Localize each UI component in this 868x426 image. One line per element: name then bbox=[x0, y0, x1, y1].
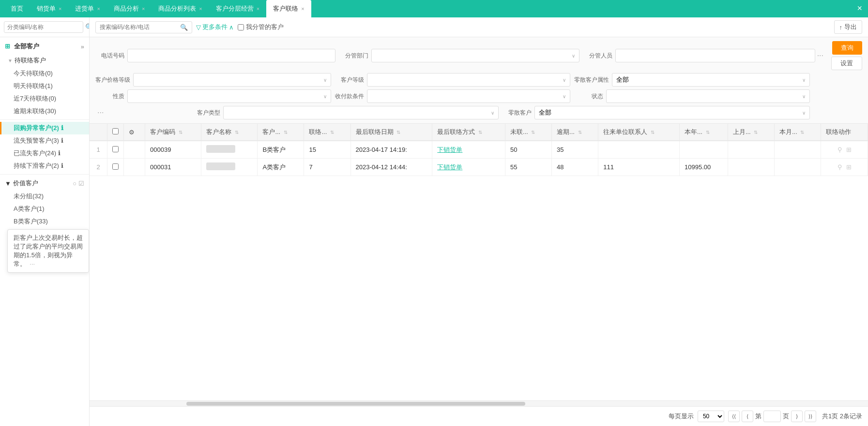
row-1-last-date: 2023-04-17 14:19: bbox=[350, 141, 432, 159]
col-settings[interactable]: ⚙ bbox=[124, 124, 145, 141]
row-2-level: A类客户 bbox=[258, 159, 304, 176]
close-icon[interactable]: × bbox=[199, 6, 202, 12]
export-button[interactable]: ↑ 导出 bbox=[834, 20, 863, 34]
link-icon-2[interactable]: ⚲ bbox=[838, 163, 842, 171]
sidebar-item-class-a[interactable]: A类客户(1) bbox=[0, 203, 89, 215]
col-name[interactable]: 客户名称 ⇅ bbox=[201, 124, 258, 141]
sidebar-search-icon[interactable]: 🔍 bbox=[85, 23, 90, 31]
scrollbar-thumb[interactable] bbox=[186, 402, 525, 406]
nav-sales-order[interactable]: 销货单 × bbox=[30, 0, 68, 17]
grid-icon-1[interactable]: ⊞ bbox=[846, 146, 852, 153]
row-1-name[interactable] bbox=[201, 141, 258, 159]
sidebar-item-declining[interactable]: 持续下滑客户(2) ℹ bbox=[0, 160, 89, 172]
nav-home[interactable]: 首页 bbox=[4, 0, 30, 17]
col-last-method[interactable]: 最后联络方式 ⇅ bbox=[432, 124, 505, 141]
advanced-filters: 电话号码 分管部门 ∨ 分管人员 ··· 查询 设置 bbox=[90, 37, 868, 124]
col-last-date[interactable]: 最后联络日期 ⇅ bbox=[350, 124, 432, 141]
col-last-month[interactable]: 上月... ⇅ bbox=[728, 124, 774, 141]
row-checkbox-1[interactable] bbox=[107, 141, 124, 159]
row-1-last-method[interactable]: 下销货单 bbox=[432, 141, 505, 159]
col-this-month[interactable]: 本月... ⇅ bbox=[774, 124, 821, 141]
sidebar-content: ⊞ 全部客户 » ▼ 待联络客户 今天待联络(0) 明天待联络(1) 近7天待联… bbox=[0, 37, 89, 426]
row-2-name[interactable] bbox=[201, 159, 258, 176]
sidebar-item-tomorrow-pending[interactable]: 明天待联络(1) bbox=[0, 80, 89, 92]
circle-icon[interactable]: ○ bbox=[73, 180, 76, 187]
col-overdue[interactable]: 逾期... ⇅ bbox=[552, 124, 598, 141]
customer-type-select[interactable]: ∨ bbox=[223, 106, 499, 119]
close-icon[interactable]: × bbox=[59, 6, 61, 12]
row-2-checkbox[interactable] bbox=[112, 163, 119, 170]
manager-input[interactable] bbox=[615, 49, 815, 62]
dept-select[interactable]: ∨ bbox=[371, 49, 579, 62]
col-code[interactable]: 客户编码 ⇅ bbox=[145, 124, 201, 141]
check-icon[interactable]: ☑ bbox=[78, 180, 84, 187]
col-history-contact[interactable]: 往来单位联系人 ⇅ bbox=[598, 124, 680, 141]
price-grade-select[interactable]: ∨ bbox=[133, 73, 331, 87]
sidebar-item-churn-warning[interactable]: 流失预警客户(3) ℹ bbox=[0, 134, 89, 147]
nav-customer-contact[interactable]: 客户联络 × bbox=[266, 0, 311, 17]
settings-button[interactable]: 设置 bbox=[831, 57, 862, 70]
horizontal-scrollbar[interactable] bbox=[90, 400, 868, 406]
sidebar-group-pending-header[interactable]: ▼ 待联络客户 bbox=[0, 54, 89, 67]
sidebar-item-today-pending[interactable]: 今天待联络(0) bbox=[0, 67, 89, 80]
group-label: 待联络客户 bbox=[15, 56, 46, 65]
page-input[interactable]: 1 bbox=[763, 411, 781, 422]
col-uncontacted[interactable]: 未联... ⇅ bbox=[505, 124, 552, 141]
col-this-year[interactable]: 本年... ⇅ bbox=[680, 124, 728, 141]
nav-customer-segment[interactable]: 客户分层经营 × bbox=[209, 0, 266, 17]
close-icon[interactable]: × bbox=[97, 6, 100, 12]
payment-select[interactable]: ∨ bbox=[367, 89, 571, 103]
row-checkbox-2[interactable] bbox=[107, 159, 124, 176]
close-icon[interactable]: × bbox=[257, 6, 259, 12]
chevron-down-icon: ∨ bbox=[563, 77, 566, 83]
page-prev-button[interactable]: ⟨ bbox=[742, 411, 753, 422]
my-customers-filter[interactable]: 我分管的客户 bbox=[238, 23, 284, 31]
more-conditions-button[interactable]: ▽ 更多条件 ∧ bbox=[196, 23, 234, 31]
sidebar-item-overdue-pending[interactable]: 逾期未联络(30) bbox=[0, 105, 89, 118]
page-next-button[interactable]: ⟩ bbox=[791, 411, 803, 422]
row-2-last-method[interactable]: 下销货单 bbox=[432, 159, 505, 176]
sidebar-item-repurchase-abnormal[interactable]: 回购异常客户(2) ℹ bbox=[0, 122, 89, 134]
sidebar-item-class-b[interactable]: B类客户(33) bbox=[0, 215, 89, 228]
collapse-icon[interactable]: » bbox=[81, 43, 84, 50]
nav-purchase-order[interactable]: 进货单 × bbox=[68, 0, 107, 17]
customer-grade-select[interactable]: ∨ bbox=[367, 73, 571, 87]
link-icon-1[interactable]: ⚲ bbox=[838, 146, 842, 153]
filter-row-1: 电话号码 分管部门 ∨ 分管人员 ··· 查询 设置 bbox=[95, 41, 862, 70]
search-icon[interactable]: 🔍 bbox=[180, 24, 188, 31]
my-customers-checkbox[interactable] bbox=[238, 24, 244, 30]
action-buttons: 查询 设置 bbox=[831, 41, 862, 70]
sidebar-item-7days-pending[interactable]: 近7天待联络(0) bbox=[0, 92, 89, 105]
filter-price-grade: 客户价格等级 ∨ bbox=[95, 73, 331, 87]
col-contact[interactable]: 联络... ⇅ bbox=[304, 124, 350, 141]
grid-icon-2[interactable]: ⊞ bbox=[846, 163, 852, 171]
dots-icon[interactable]: ··· bbox=[817, 51, 823, 60]
nav-product-analysis[interactable]: 商品分析 × bbox=[107, 0, 152, 17]
sidebar-item-ungroup[interactable]: 未分组(32) bbox=[0, 190, 89, 203]
sidebar-search-input[interactable] bbox=[4, 21, 83, 33]
col-level[interactable]: 客户... ⇅ bbox=[258, 124, 304, 141]
dots-icon-2[interactable]: ··· bbox=[97, 108, 104, 117]
status-select[interactable]: ∨ bbox=[606, 89, 810, 103]
nav-product-analysis-list[interactable]: 商品分析列表 × bbox=[152, 0, 209, 17]
query-button[interactable]: 查询 bbox=[832, 41, 862, 55]
row-2-overdue: 48 bbox=[552, 159, 598, 176]
close-icon[interactable]: × bbox=[142, 6, 145, 12]
retail-select[interactable]: 全部 ∨ bbox=[534, 106, 810, 119]
row-2-this-month bbox=[774, 159, 821, 176]
sidebar-item-churned[interactable]: 已流失客户(24) ℹ bbox=[0, 147, 89, 160]
close-all-tabs-button[interactable]: × bbox=[857, 4, 862, 13]
retail-attr-select[interactable]: 全部 ∨ bbox=[612, 73, 810, 87]
phone-input[interactable] bbox=[127, 49, 335, 62]
page-last-button[interactable]: ⟩⟩ bbox=[805, 411, 816, 422]
sidebar-value-customers-header[interactable]: ▼ 价值客户 ○ ☑ bbox=[0, 176, 89, 190]
close-icon[interactable]: × bbox=[301, 6, 304, 12]
row-1-checkbox[interactable] bbox=[112, 146, 119, 152]
per-page-select[interactable]: 50 20 100 bbox=[698, 411, 724, 422]
page-first-button[interactable]: ⟨⟨ bbox=[728, 411, 740, 422]
filter-search-input[interactable] bbox=[100, 24, 180, 30]
select-all-checkbox[interactable] bbox=[112, 128, 119, 134]
row-1-last-month bbox=[728, 141, 774, 159]
row-1-code: 000039 bbox=[145, 141, 201, 159]
nature-select[interactable]: ∨ bbox=[127, 89, 331, 103]
